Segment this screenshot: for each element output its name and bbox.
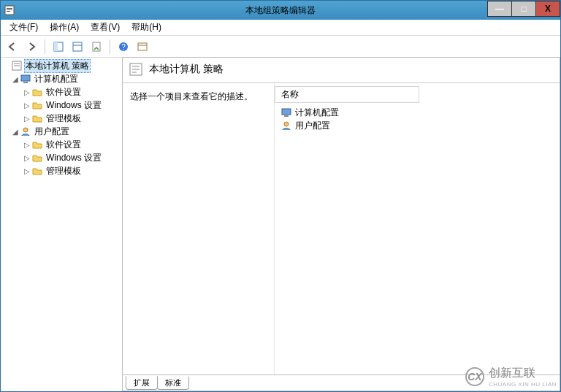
expand-icon[interactable]: ▷ <box>23 115 31 123</box>
toolbar: ? <box>1 36 560 58</box>
expand-icon[interactable]: ▷ <box>23 141 31 149</box>
tree-windows-settings[interactable]: ▷ Windows 设置 <box>1 151 122 164</box>
menubar: 文件(F) 操作(A) 查看(V) 帮助(H) <box>1 20 560 36</box>
tree-label: 用户配置 <box>33 126 71 138</box>
show-hide-tree-button[interactable] <box>69 38 86 55</box>
minimize-button[interactable]: — <box>487 1 512 17</box>
detail-title: 本地计算机 策略 <box>149 63 224 76</box>
list-item-label: 用户配置 <box>295 120 330 132</box>
list-item-user-config[interactable]: 用户配置 <box>275 119 560 132</box>
tree-label: Windows 设置 <box>45 99 103 112</box>
svg-text:?: ? <box>121 43 126 51</box>
policy-icon <box>129 62 143 77</box>
svg-rect-17 <box>23 82 28 83</box>
tree-software-settings[interactable]: ▷ 软件设置 <box>1 85 122 99</box>
description-column: 选择一个项目来查看它的描述。 <box>123 83 275 374</box>
column-header-name[interactable]: 名称 <box>275 86 419 103</box>
list-item-computer-config[interactable]: 计算机配置 <box>275 106 560 119</box>
tree-software-settings[interactable]: ▷ 软件设置 <box>1 138 122 151</box>
close-button[interactable]: X <box>535 1 560 17</box>
menu-file[interactable]: 文件(F) <box>4 20 44 35</box>
svg-rect-24 <box>284 115 289 117</box>
tab-standard[interactable]: 标准 <box>157 377 189 390</box>
svg-rect-3 <box>7 11 10 12</box>
help-button[interactable]: ? <box>115 38 132 55</box>
forward-button[interactable] <box>23 38 40 55</box>
svg-rect-5 <box>54 42 58 51</box>
tree-computer-config[interactable]: ◢ 计算机配置 <box>1 72 122 85</box>
tree-label: Windows 设置 <box>45 152 103 164</box>
tree-label: 管理模板 <box>45 165 83 177</box>
hint-text: 选择一个项目来查看它的描述。 <box>130 91 267 103</box>
tree-user-config[interactable]: ◢ 用户配置 <box>1 125 122 138</box>
window-title: 本地组策略编辑器 <box>245 4 316 17</box>
tree-label: 计算机配置 <box>33 73 80 85</box>
properties-button[interactable] <box>134 38 151 55</box>
tree-root[interactable]: 本地计算机 策略 <box>1 59 122 72</box>
folder-icon <box>31 152 43 164</box>
content-area: 本地计算机 策略 ◢ 计算机配置 ▷ 软件设置 ▷ Windows 设置 ▷ 管… <box>1 58 560 391</box>
svg-rect-11 <box>138 43 147 50</box>
menu-view[interactable]: 查看(V) <box>85 20 126 35</box>
svg-point-18 <box>23 128 28 132</box>
window-controls: — □ X <box>488 1 560 17</box>
svg-rect-23 <box>282 109 291 115</box>
maximize-button[interactable]: □ <box>511 1 536 17</box>
back-button[interactable] <box>4 38 21 55</box>
collapse-icon[interactable]: ◢ <box>11 128 20 136</box>
tree-windows-settings[interactable]: ▷ Windows 设置 <box>1 99 122 112</box>
expand-icon[interactable]: ▷ <box>23 154 31 162</box>
tab-extended[interactable]: 扩展 <box>126 376 158 390</box>
tree-label: 软件设置 <box>45 139 83 151</box>
user-icon <box>280 120 292 131</box>
titlebar: 本地组策略编辑器 — □ X <box>1 1 560 20</box>
tree-pane[interactable]: 本地计算机 策略 ◢ 计算机配置 ▷ 软件设置 ▷ Windows 设置 ▷ 管… <box>1 58 123 391</box>
computer-icon <box>280 107 292 118</box>
policy-icon <box>11 60 23 72</box>
svg-rect-1 <box>7 8 12 9</box>
expand-icon[interactable]: ▷ <box>23 167 31 175</box>
list-item-label: 计算机配置 <box>295 107 339 119</box>
expand-icon[interactable]: ▷ <box>23 101 31 109</box>
tree-label: 软件设置 <box>45 86 83 99</box>
svg-rect-16 <box>21 75 30 81</box>
folder-icon <box>31 139 43 150</box>
svg-rect-2 <box>7 9 12 10</box>
computer-icon <box>20 73 31 85</box>
folder-icon <box>31 86 43 98</box>
user-icon <box>20 126 31 137</box>
toolbar-separator <box>110 39 110 54</box>
list-column: 名称 计算机配置 用户配置 <box>275 83 560 374</box>
app-icon <box>4 4 15 16</box>
detail-pane: 本地计算机 策略 选择一个项目来查看它的描述。 名称 计算机配置 用户配置 <box>122 57 560 391</box>
svg-point-25 <box>284 122 289 126</box>
folder-icon <box>31 112 43 124</box>
toolbar-separator <box>45 39 45 54</box>
tree-admin-templates[interactable]: ▷ 管理模板 <box>1 164 122 177</box>
collapse-icon[interactable]: ◢ <box>11 75 20 83</box>
detail-header: 本地计算机 策略 <box>123 58 560 83</box>
detail-body: 选择一个项目来查看它的描述。 名称 计算机配置 用户配置 <box>123 83 560 374</box>
export-list-button[interactable] <box>88 38 105 55</box>
view-tabs: 扩展 标准 <box>123 374 560 391</box>
folder-icon <box>31 99 43 111</box>
expand-icon[interactable]: ▷ <box>23 88 31 96</box>
up-button[interactable] <box>50 38 67 55</box>
tree-admin-templates[interactable]: ▷ 管理模板 <box>1 112 122 125</box>
tree-label: 本地计算机 策略 <box>24 59 91 73</box>
svg-rect-6 <box>73 42 82 51</box>
tree-label: 管理模板 <box>45 112 83 125</box>
folder-icon <box>31 165 43 177</box>
menu-action[interactable]: 操作(A) <box>44 20 85 35</box>
menu-help[interactable]: 帮助(H) <box>126 20 167 35</box>
app-window: 本地组策略编辑器 — □ X 文件(F) 操作(A) 查看(V) 帮助(H) ? <box>0 0 561 392</box>
